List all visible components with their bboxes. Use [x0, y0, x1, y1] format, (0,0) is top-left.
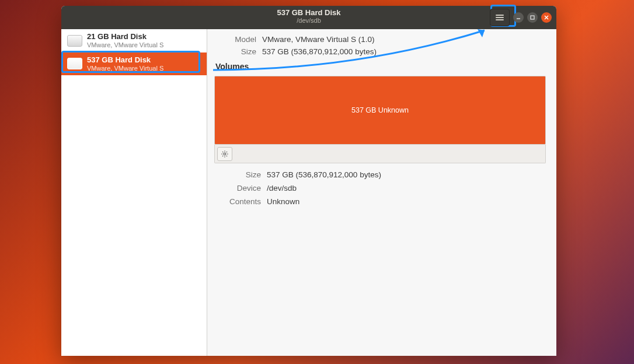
svg-line-11: [227, 151, 227, 152]
volume-toolbar: [214, 145, 546, 163]
disk-name: 21 GB Hard Disk: [87, 33, 163, 41]
window-maximize-button[interactable]: [527, 12, 538, 23]
size-value: 537 GB (536,870,912,000 bytes): [262, 47, 546, 56]
titlebar-title-area: 537 GB Hard Disk /dev/sdb: [61, 8, 556, 24]
volume-options-button[interactable]: [217, 147, 232, 161]
vol-size-value: 537 GB (536,870,912,000 bytes): [267, 170, 546, 179]
vol-contents-value: Unknown: [267, 197, 546, 206]
hard-disk-icon: [67, 35, 82, 47]
volume-block-label: 537 GB Unknown: [351, 106, 409, 114]
disk-name: 537 GB Hard Disk: [87, 56, 163, 65]
sidebar-item-disk-537gb[interactable]: 537 GB Hard Disk VMware, VMware Virtual …: [61, 52, 207, 76]
svg-rect-1: [531, 16, 534, 19]
hard-disk-icon: [67, 58, 82, 69]
hamburger-icon: [496, 17, 504, 18]
volumes-heading: Volumes: [215, 62, 546, 71]
window-minimize-button[interactable]: [513, 12, 524, 23]
titlebar: 537 GB Hard Disk /dev/sdb: [61, 6, 556, 29]
vol-contents-label: Contents: [214, 197, 261, 206]
size-label: Size: [214, 47, 256, 56]
disks-window: 537 GB Hard Disk /dev/sdb 21 GB Hard Dis…: [61, 6, 556, 356]
minimize-icon: [515, 15, 521, 20]
vol-device-value: /dev/sdb: [267, 184, 546, 192]
svg-point-4: [224, 153, 226, 155]
volume-block[interactable]: 537 GB Unknown: [214, 76, 546, 145]
maximize-icon: [530, 15, 535, 20]
sidebar-item-disk-21gb[interactable]: 21 GB Hard Disk VMware, VMware Virtual S: [61, 29, 207, 52]
model-label: Model: [214, 35, 256, 44]
disk-sub: VMware, VMware Virtual S: [87, 41, 163, 49]
close-icon: [544, 15, 549, 20]
vol-device-label: Device: [214, 184, 261, 192]
window-title: 537 GB Hard Disk: [61, 8, 556, 17]
svg-line-12: [222, 155, 223, 156]
model-value: VMware, VMware Virtual S (1.0): [262, 35, 546, 44]
drive-menu-button[interactable]: [490, 9, 510, 26]
window-close-button[interactable]: [541, 12, 552, 23]
vol-size-label: Size: [214, 170, 261, 179]
main-panel: Model VMware, VMware Virtual S (1.0) Siz…: [207, 29, 556, 356]
window-subtitle: /dev/sdb: [61, 17, 556, 24]
gear-icon: [221, 150, 229, 158]
device-sidebar[interactable]: 21 GB Hard Disk VMware, VMware Virtual S…: [61, 29, 207, 356]
svg-line-10: [227, 155, 227, 156]
svg-line-9: [222, 151, 223, 152]
disk-sub: VMware, VMware Virtual S: [87, 65, 163, 72]
